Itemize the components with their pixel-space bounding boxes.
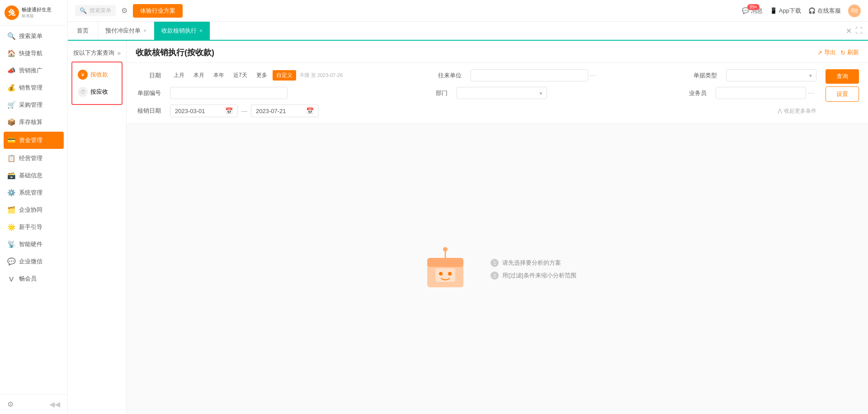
verify-date-start[interactable]: 2023-03-01 📅 <box>170 105 238 117</box>
filter-by-receivable[interactable]: ⏱ 按应收 <box>75 83 119 100</box>
topbar-left: 🔍 搜索菜单 ⚙ 体验行业方案 <box>75 4 183 18</box>
refresh-button[interactable]: ↻ 刷新 <box>840 48 859 57</box>
sidebar-collapse-icon[interactable]: ◀◀ <box>49 400 60 409</box>
gear-icon[interactable]: ⚙ <box>7 400 14 409</box>
date-label: 日期 <box>136 71 161 80</box>
sidebar-item-capital[interactable]: 💳 资金管理 <box>4 132 64 149</box>
sidebar-item-label: 销售管理 <box>19 84 42 92</box>
inventory-icon: 📦 <box>7 118 15 126</box>
topbar-gear-icon[interactable]: ⚙ <box>121 6 127 15</box>
counterpart-input[interactable] <box>471 69 588 81</box>
user-avatar[interactable]: Rit <box>848 5 861 17</box>
tab-close-all-icon[interactable]: ✕ <box>846 27 852 35</box>
doc-type-label: 单据类型 <box>692 71 717 80</box>
date-tab-this-month[interactable]: 本月 <box>190 70 208 81</box>
sidebar-item-inventory[interactable]: 📦 库存核算 <box>0 114 67 131</box>
sidebar-item-label: 经营管理 <box>19 154 42 162</box>
purchase-icon: 🛒 <box>7 101 15 109</box>
mobile-icon: 📱 <box>770 7 777 14</box>
setting-button[interactable]: 设置 <box>826 86 859 102</box>
empty-svg <box>418 242 472 296</box>
verify-date-range: 2023-03-01 📅 — 2023-07-21 📅 <box>170 105 319 117</box>
sidebar-item-label: 智能硬件 <box>19 240 42 248</box>
empty-tip-2: 2 用[过滤]条件来缩小分析范围 <box>491 271 576 280</box>
tab-prepay[interactable]: 预付冲应付单 × <box>98 22 154 40</box>
solution-button[interactable]: 体验行业方案 <box>133 4 183 18</box>
verify-date-label: 核销日期 <box>136 107 161 115</box>
sidebar-item-label: 企业协同 <box>19 206 42 214</box>
topbar-search[interactable]: 🔍 搜索菜单 <box>75 5 116 16</box>
sidebar-item-enterprise[interactable]: 🗂️ 企业协同 <box>0 201 67 219</box>
message-button[interactable]: 💬 消息 99+ <box>742 7 763 15</box>
sidebar-item-basic-info[interactable]: 🗃️ 基础信息 <box>0 167 67 184</box>
doc-no-input[interactable] <box>170 87 288 99</box>
staff-input[interactable] <box>716 87 806 99</box>
online-service-button[interactable]: 🎧 在线客服 <box>808 7 841 15</box>
end-calendar-icon[interactable]: 📅 <box>306 107 314 114</box>
sidebar-item-quick-nav[interactable]: 🏠 快捷导航 <box>0 45 67 62</box>
sidebar-item-wechat[interactable]: 💬 企业微信 <box>0 253 67 270</box>
empty-state: 1 请先选择要分析的方案 2 用[过滤]条件来缩小分析范围 <box>127 124 868 414</box>
empty-tip-1: 1 请先选择要分析的方案 <box>491 259 576 267</box>
sidebar-item-label: 系统管理 <box>19 189 42 197</box>
date-tab-custom[interactable]: 自定义 <box>273 70 296 81</box>
sidebar-item-label: 搜索菜单 <box>19 32 42 40</box>
sidebar-item-search[interactable]: 🔍 搜索菜单 <box>0 28 67 45</box>
filter-row-1: 日期 上月 本月 本年 近7天 更多 自定义 不限 至 2023-07-26 <box>136 69 816 81</box>
sidebar-item-operation[interactable]: 📋 经营管理 <box>0 150 67 167</box>
svg-point-3 <box>439 272 443 276</box>
sidebar-item-system[interactable]: ⚙️ 系统管理 <box>0 184 67 201</box>
date-tab-this-year[interactable]: 本年 <box>210 70 228 81</box>
svg-point-6 <box>443 247 448 252</box>
filter-by-receipt[interactable]: ¥ 按收款 <box>75 66 119 83</box>
sidebar-item-guide[interactable]: 🌟 新手引导 <box>0 219 67 236</box>
capital-icon: 💳 <box>7 136 15 144</box>
sidebar-item-label: 营销推广 <box>19 67 42 75</box>
staff-dots[interactable]: ··· <box>806 88 816 98</box>
query-button[interactable]: 查询 <box>826 69 859 84</box>
receipt-icon: ¥ <box>78 70 88 80</box>
tab-home[interactable]: 首页 <box>68 22 98 40</box>
content-area: 按以下方案查询 » ¥ 按收款 ⏱ 按应收 收 <box>68 41 868 414</box>
sidebar-item-label: 基础信息 <box>19 171 42 180</box>
date-tab-more[interactable]: 更多 <box>253 70 271 81</box>
tab-receipt-verify[interactable]: 收款核销执行 × <box>154 22 210 40</box>
wechat-icon: 💬 <box>7 257 15 266</box>
sidebar-item-label: 畅会员 <box>19 275 37 283</box>
doc-type-select[interactable] <box>726 69 816 81</box>
sidebar-item-smart-hw[interactable]: 📡 智能硬件 <box>0 236 67 253</box>
sidebar-item-member[interactable]: V 畅会员 <box>0 270 67 287</box>
left-panel-items: ¥ 按收款 ⏱ 按应收 <box>68 62 126 105</box>
verify-date-end[interactable]: 2023-07-21 📅 <box>251 105 319 117</box>
receipt-verify-tab-close[interactable]: × <box>199 28 203 34</box>
sidebar-item-label: 资金管理 <box>19 136 42 144</box>
sales-icon: 💰 <box>7 84 15 92</box>
export-button[interactable]: ↗ 导出 <box>817 48 836 57</box>
sidebar-item-marketing[interactable]: 📣 营销推广 <box>0 62 67 79</box>
collapse-more-conditions[interactable]: ⋀ 收起更多条件 <box>778 107 816 115</box>
tab-expand-icon[interactable]: ⛶ <box>855 27 863 35</box>
sidebar-item-label: 企业微信 <box>19 257 42 266</box>
filter-row-3: 核销日期 2023-03-01 📅 — 2023-07-21 📅 <box>136 105 816 117</box>
basic-info-icon: 🗃️ <box>7 171 15 180</box>
smart-hw-icon: 📡 <box>7 240 15 248</box>
guide-icon: 🌟 <box>7 223 15 231</box>
collapse-icon: ⋀ <box>778 108 782 114</box>
start-calendar-icon[interactable]: 📅 <box>225 107 233 114</box>
date-tab-7days[interactable]: 近7天 <box>230 70 251 81</box>
dept-select[interactable] <box>457 87 547 99</box>
left-panel-collapse-icon[interactable]: » <box>117 49 121 57</box>
svg-point-4 <box>448 272 452 276</box>
sidebar-item-label: 采购管理 <box>19 101 42 109</box>
prepay-tab-close[interactable]: × <box>143 28 146 34</box>
sidebar-item-purchase[interactable]: 🛒 采购管理 <box>0 96 67 114</box>
left-panel: 按以下方案查询 » ¥ 按收款 ⏱ 按应收 <box>68 41 127 414</box>
doc-no-label: 单据编号 <box>136 89 161 97</box>
staff-label: 业务员 <box>681 89 707 97</box>
app-download-button[interactable]: 📱 App下载 <box>770 7 801 15</box>
marketing-icon: 📣 <box>7 67 15 75</box>
sidebar-item-sales[interactable]: 💰 销售管理 <box>0 79 67 96</box>
sidebar-item-label: 新手引导 <box>19 223 42 231</box>
counterpart-dots[interactable]: ··· <box>588 71 599 80</box>
date-tab-last-month[interactable]: 上月 <box>170 70 188 81</box>
